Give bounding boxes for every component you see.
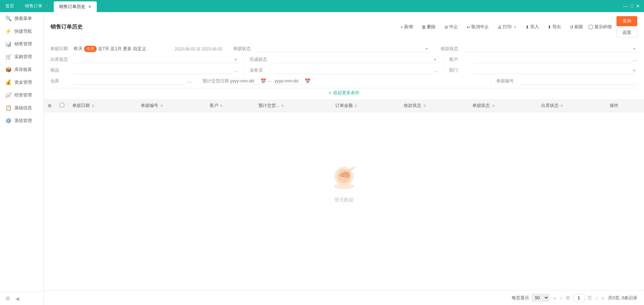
maximize-button[interactable]: □: [631, 3, 633, 9]
th-doc-number[interactable]: 单据编号 ⇅: [137, 99, 205, 112]
display-cols-checkbox[interactable]: [589, 25, 593, 29]
sidebar-item-quick-nav-label: 快捷导航: [14, 28, 32, 34]
goods-more-icon[interactable]: ...: [234, 67, 239, 73]
doc-date-label: 单据日期: [50, 46, 74, 52]
page-input[interactable]: [573, 294, 585, 301]
minimize-button[interactable]: —: [623, 3, 628, 9]
date-dash: —: [267, 79, 272, 84]
delete-button[interactable]: 🗑 删除: [418, 23, 439, 31]
sep3: [244, 56, 244, 63]
collapse-filter-row[interactable]: ∧ 收起更多条件: [50, 88, 637, 97]
th-doc-status[interactable]: 单据状态 ⇅: [468, 99, 537, 112]
last-page-button[interactable]: »: [600, 295, 606, 301]
th-doc-date-sort-icon: ⇅: [92, 104, 94, 108]
settings-button[interactable]: 设置: [616, 28, 637, 38]
dept-select[interactable]: [473, 67, 637, 74]
th-customer-sort-icon: ⇅: [220, 104, 223, 108]
import-button[interactable]: ⬇ 导入: [522, 23, 542, 31]
sidebar-item-purchase-mgmt[interactable]: 🛒 采购管理: [0, 50, 43, 63]
complete-status-select[interactable]: [273, 56, 438, 63]
goods-input[interactable]: [74, 67, 233, 74]
tab-sales-order[interactable]: 销售订单 ✕: [19, 0, 54, 12]
settings-col-icon[interactable]: ⚙: [48, 103, 52, 108]
tab-sales-order-history[interactable]: 销售订单历史 ✕: [54, 1, 97, 12]
query-button[interactable]: 查询: [616, 16, 637, 26]
th-doc-status-label: 单据状态: [472, 103, 490, 108]
print-button[interactable]: 🖨 打印 ▼: [494, 23, 520, 31]
expected-date-from-input[interactable]: [229, 77, 259, 85]
quick-nav-icon: ⚡: [5, 28, 12, 34]
tab-sales-order-history-close[interactable]: ✕: [88, 4, 91, 9]
sidebar-item-sys-mgmt[interactable]: ⚙️ 系统管理: [0, 114, 43, 127]
out-status-filter: 出库状态 ▼: [50, 56, 239, 63]
page-title: 销售订单历史: [50, 24, 83, 31]
th-receipt-status[interactable]: 收款状态 ⇅: [400, 99, 468, 112]
th-out-status[interactable]: 出库状态 ⇅: [537, 99, 606, 112]
sidebar-item-basic-info[interactable]: 📋 基础信息: [0, 102, 43, 114]
sidebar-item-sales-mgmt[interactable]: 📊 销售管理: [0, 38, 43, 50]
th-order-amount[interactable]: 订单金额 ⇅: [331, 99, 400, 112]
sidebar-item-inventory[interactable]: 📦 库存核算: [0, 63, 43, 76]
date-option-1month[interactable]: 近1月: [111, 46, 122, 52]
dept-label: 部门: [449, 67, 473, 73]
th-expected-delivery[interactable]: 预计交货... ⇅: [254, 99, 331, 112]
expected-date-to-input[interactable]: [273, 77, 303, 85]
refresh-icon: ↺: [570, 25, 573, 30]
date-option-more[interactable]: 更多: [123, 46, 132, 52]
customer-input[interactable]: [473, 56, 632, 63]
import-icon: ⬇: [525, 25, 529, 30]
sidebar-item-finance[interactable]: 💰 资金管理: [0, 76, 43, 89]
prev-page-button[interactable]: ‹: [559, 295, 563, 301]
per-page-label: 每页显示: [512, 295, 529, 301]
salesperson-filter: 业务员 ...: [250, 67, 438, 74]
salesperson-label: 业务员: [250, 67, 273, 73]
stop-button[interactable]: ⊘ 中止: [441, 23, 461, 31]
th-customer[interactable]: 客户 ⇅: [206, 99, 254, 112]
customer-more-icon[interactable]: ...: [633, 56, 637, 63]
per-page-select[interactable]: 10 20 50 100: [532, 294, 549, 302]
tab-home[interactable]: 首页: [0, 0, 19, 12]
th-settings[interactable]: ⚙: [44, 99, 56, 112]
cancel-stop-button[interactable]: ↩ 取消中止: [463, 23, 492, 31]
doc-date-filter: 单据日期 昨天 今天 近7天 近1月 更多 自定义: [50, 46, 171, 52]
sidebar-item-operations[interactable]: 📈 经营管理: [0, 89, 43, 102]
th-doc-date[interactable]: 单据日期 ⇅: [68, 99, 137, 112]
warehouse-input[interactable]: [74, 77, 186, 85]
warehouse-more-icon[interactable]: ...: [187, 78, 191, 84]
doc-status-select[interactable]: [257, 45, 430, 52]
calendar-to-icon[interactable]: 📅: [305, 78, 310, 84]
purchase-mgmt-icon: 🛒: [5, 54, 12, 60]
sidebar-item-quick-nav[interactable]: ⚡ 快捷导航: [0, 25, 43, 38]
import-label: 导入: [530, 24, 539, 30]
first-page-button[interactable]: «: [552, 295, 557, 301]
sidebar-settings-icon[interactable]: ⚙: [5, 295, 10, 302]
display-cols-toggle[interactable]: 显示碎细: [589, 24, 612, 30]
select-all-checkbox[interactable]: [60, 103, 64, 107]
export-button[interactable]: ⬆ 导出: [544, 23, 564, 31]
receipt-status-select[interactable]: [464, 45, 637, 52]
tab-sales-order-close[interactable]: ✕: [45, 4, 48, 8]
calendar-from-icon[interactable]: 📅: [260, 78, 266, 84]
add-button[interactable]: + 新增: [397, 23, 417, 31]
next-page-button[interactable]: ›: [595, 295, 599, 301]
date-option-custom[interactable]: 自定义: [133, 46, 146, 52]
top-bar: 首页 销售订单 ✕ 销售订单历史 ✕ — □ ✕: [0, 0, 644, 12]
sidebar-item-search-menu[interactable]: 🔍 搜索菜单: [0, 12, 43, 25]
date-option-today[interactable]: 今天: [84, 46, 97, 52]
top-bar-controls: — □ ✕: [623, 3, 644, 9]
salesperson-more-icon[interactable]: ...: [433, 67, 438, 73]
doc-number-input[interactable]: [520, 77, 637, 85]
refresh-button[interactable]: ↺ 刷新: [566, 23, 587, 31]
tab-home-label: 首页: [5, 3, 14, 9]
salesperson-input[interactable]: [273, 67, 432, 74]
close-window-button[interactable]: ✕: [636, 3, 640, 9]
total-records-text: 共0页, 0条记录: [608, 295, 637, 301]
th-checkbox[interactable]: [56, 99, 68, 112]
sys-mgmt-icon: ⚙️: [5, 118, 12, 124]
expected-date-filter: 预计交货日期 📅 — 📅: [203, 77, 485, 85]
date-option-yesterday[interactable]: 昨天: [74, 46, 83, 52]
date-option-7days[interactable]: 近7天: [98, 46, 109, 52]
sidebar-collapse-icon[interactable]: ◀: [15, 296, 19, 301]
out-status-select[interactable]: [74, 56, 239, 63]
table-header-row: ⚙ 单据日期 ⇅ 单据编号 ⇅: [44, 99, 644, 112]
